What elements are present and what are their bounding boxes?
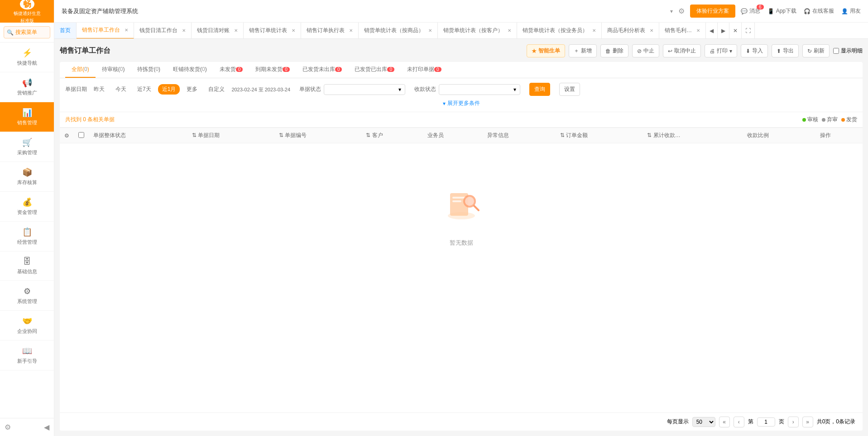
date-btn-今天[interactable]: 今天: [111, 84, 130, 95]
tab-close-sales-staff-stat[interactable]: ✕: [592, 28, 596, 33]
tab-close-sales-exec[interactable]: ✕: [349, 28, 353, 33]
sidebar-item-newbie[interactable]: 📖新手引导: [0, 341, 54, 370]
query-btn[interactable]: 查询: [529, 83, 550, 96]
sub-tab-not-shipped[interactable]: 未发货0: [213, 62, 249, 78]
expand-icon: ▾: [443, 100, 446, 107]
tab-gross-margin[interactable]: 商品毛利分析表✕: [602, 23, 659, 39]
settings-icon[interactable]: ⚙: [5, 423, 11, 431]
online-service-item[interactable]: 🎧 在线客服: [804, 7, 834, 15]
sidebar-item-system[interactable]: ⚙系统管理: [0, 281, 54, 311]
tab-sales-exec[interactable]: 销售订单执行表✕: [301, 23, 359, 39]
sidebar-item-finance[interactable]: 💰资金管理: [0, 192, 54, 222]
tab-left-btn[interactable]: ◀: [706, 23, 718, 39]
cancel-review-dot: [822, 118, 825, 122]
tab-maximize-btn[interactable]: ⛶: [742, 23, 755, 39]
sub-tab-all[interactable]: 全部(0): [65, 62, 96, 78]
sidebar-item-basic-info[interactable]: 🗄基础信息: [0, 251, 54, 281]
app-download-item[interactable]: 📱 App下载: [767, 7, 796, 15]
date-btn-更多[interactable]: 更多: [182, 84, 201, 95]
tab-sales-workbench[interactable]: 销售订单工作台✕: [77, 23, 134, 39]
date-btn-近1月[interactable]: 近1月: [158, 84, 180, 95]
col-settings[interactable]: ⚙: [60, 128, 74, 143]
tab-close-sales-customer-stat[interactable]: ✕: [508, 28, 511, 33]
empty-text: 暂无数据: [450, 239, 473, 247]
next-page-btn[interactable]: ›: [788, 417, 799, 427]
sidebar-item-purchase[interactable]: 🛒采购管理: [0, 132, 54, 162]
page-size-select[interactable]: 50 100 200: [692, 417, 715, 427]
delete-btn[interactable]: 🗑 删除: [600, 44, 628, 57]
first-page-btn[interactable]: «: [719, 417, 730, 427]
refresh-btn[interactable]: ↻ 刷新: [802, 44, 830, 57]
experience-btn[interactable]: 体验行业方案: [690, 5, 735, 18]
tab-close-sales-profit[interactable]: ✕: [696, 28, 700, 33]
search-menu-button[interactable]: 🔍 搜索菜单: [4, 26, 50, 38]
settings-filter-btn[interactable]: 设置: [559, 83, 580, 96]
topbar-gear-icon[interactable]: ⚙: [678, 7, 685, 15]
tab-sales-customer-stat[interactable]: 销货单统计表（按客户）✕: [438, 23, 517, 39]
tab-close-all-btn[interactable]: ✕: [729, 23, 742, 39]
smart-order-btn[interactable]: ★ 智能生单: [527, 44, 565, 57]
page-input[interactable]: [757, 417, 775, 427]
stop-btn[interactable]: ⊘ 中止: [632, 44, 659, 57]
prev-page-btn[interactable]: ‹: [734, 417, 744, 427]
tab-cash-daily[interactable]: 钱货日清工作台✕: [134, 23, 192, 39]
tab-right-btn[interactable]: ▶: [718, 23, 729, 39]
sidebar-item-inventory[interactable]: 📦库存核算: [0, 162, 54, 192]
export-btn[interactable]: ⬆ 导出: [772, 44, 799, 57]
tab-sales-staff-stat[interactable]: 销货单统计表（按业务员）✕: [517, 23, 602, 39]
tab-close-sales-stat[interactable]: ✕: [292, 28, 295, 33]
review-action[interactable]: 审核: [802, 116, 818, 123]
sidebar-item-marketing[interactable]: 📢营销推广: [0, 72, 54, 102]
col-collected[interactable]: ⇅ 累计收款…: [643, 128, 743, 143]
show-detail-checkbox[interactable]: [833, 48, 839, 54]
col-customer[interactable]: ⇅ 客户: [361, 128, 423, 143]
col-amount[interactable]: ⇅ 订单金额: [556, 128, 643, 143]
cancel-stop-btn[interactable]: ↩ 取消中止: [663, 44, 701, 57]
col-checkbox[interactable]: [74, 128, 89, 143]
sub-tab-shipped-stored[interactable]: 已发货已出库0: [348, 62, 401, 78]
col-date[interactable]: ⇅ 单据日期: [187, 128, 274, 143]
tab-close-sales-workbench[interactable]: ✕: [125, 28, 128, 33]
payment-select[interactable]: ▾: [439, 84, 520, 95]
sidebar-item-operations[interactable]: 📋经营管理: [0, 222, 54, 251]
sub-tab-not-printed[interactable]: 未打印单据0: [401, 62, 448, 78]
ship-action[interactable]: 发货: [841, 116, 857, 123]
sub-tab-pending-review[interactable]: 待审核(0): [96, 62, 131, 78]
collapse-icon[interactable]: ◀: [44, 423, 49, 431]
last-page-btn[interactable]: »: [802, 417, 813, 427]
expand-more-btn[interactable]: ▾ 展开更多条件: [443, 100, 480, 107]
tab-close-cash-reconcile[interactable]: ✕: [234, 28, 238, 33]
print-btn[interactable]: 🖨 打印 ▾: [705, 44, 737, 57]
sub-tab-pending-inspect[interactable]: 待拣货(0): [131, 62, 167, 78]
tab-sales-profit[interactable]: 销售毛利…✕: [659, 23, 706, 39]
sidebar-item-quick-nav[interactable]: ⚡快捷导航: [0, 43, 54, 72]
tab-close-gross-margin[interactable]: ✕: [650, 28, 653, 33]
tab-close-sales-goods-stat[interactable]: ✕: [428, 28, 432, 33]
system-dropdown-icon[interactable]: ▾: [670, 8, 673, 14]
meta-count: 0: [83, 116, 86, 123]
message-item[interactable]: 💬 消息 6: [741, 7, 760, 15]
tab-close-cash-daily[interactable]: ✕: [182, 28, 186, 33]
cancel-review-action[interactable]: 弃审: [822, 116, 838, 123]
tab-cash-reconcile[interactable]: 钱货日清对账✕: [192, 23, 244, 39]
date-btn-自定义[interactable]: 自定义: [204, 84, 229, 95]
status-select[interactable]: ▾: [324, 84, 405, 95]
date-btn-近7天[interactable]: 近7天: [133, 84, 155, 95]
col-number[interactable]: ⇅ 单据编号: [274, 128, 361, 143]
show-detail-label[interactable]: 显示明细: [833, 47, 863, 55]
tab-sales-goods-stat[interactable]: 销货单统计表（按商品）✕: [359, 23, 438, 39]
sidebar-icon-newbie: 📖: [22, 346, 32, 356]
import-btn[interactable]: ⬇ 导入: [741, 44, 768, 57]
sidebar: 畅 畅捷通好生意 标准版 🔍 搜索菜单 ⚡快捷导航📢营销推广📊销售管理🛒采购管理…: [0, 0, 54, 436]
sub-tab-wangpu-ship[interactable]: 旺铺待发货(0): [167, 62, 213, 78]
tab-sales-stat[interactable]: 销售订单统计表✕: [244, 23, 301, 39]
sub-tab-shipped-not-stored[interactable]: 已发货未出库0: [296, 62, 349, 78]
sidebar-item-sales[interactable]: 📊销售管理: [0, 102, 54, 132]
sub-tab-expired-not-shipped[interactable]: 到期未发货0: [249, 62, 296, 78]
select-all-checkbox[interactable]: [78, 132, 84, 138]
tab-home[interactable]: 首页: [54, 23, 77, 39]
date-btn-昨天[interactable]: 昨天: [90, 84, 109, 95]
user-item[interactable]: 👤 用友: [841, 7, 861, 15]
sidebar-item-enterprise[interactable]: 🤝企业协同: [0, 311, 54, 341]
add-btn[interactable]: ＋ 新增: [569, 44, 597, 57]
